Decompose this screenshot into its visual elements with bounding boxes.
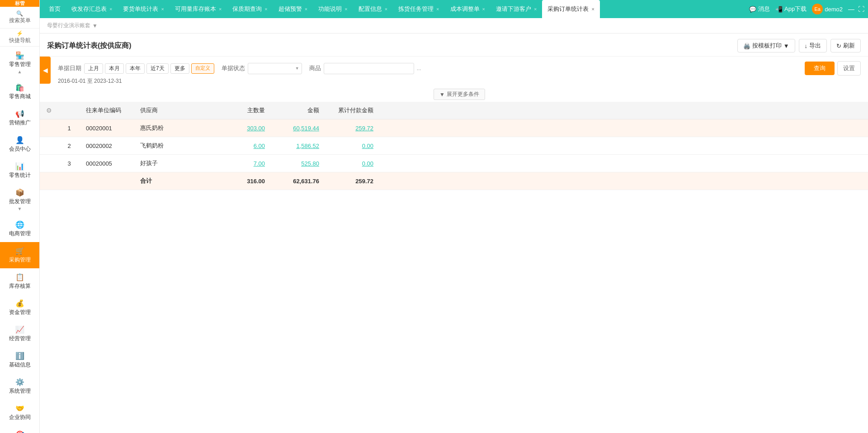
sidebar-item-purchase[interactable]: 🛒 采购管理 <box>0 242 39 268</box>
date-btn-this-year[interactable]: 本年 <box>126 63 145 74</box>
tab-func-desc[interactable]: 功能说明 × <box>313 0 353 18</box>
sidebar-item-ops[interactable]: 📈 经营管理 <box>0 321 39 347</box>
filter-toggle-button[interactable]: ◀ <box>40 57 51 84</box>
th-paid: 累计付款金额 <box>325 102 379 119</box>
tab-purchase-stats-close[interactable]: × <box>591 6 594 12</box>
chevron-up-icon: ▲ <box>18 69 22 74</box>
workspace-name: 母婴行业演示账套 <box>47 22 90 29</box>
tab-shelf-life[interactable]: 保质期查询 × <box>227 0 273 18</box>
column-settings-icon[interactable]: ⚙ <box>46 107 52 114</box>
tab-invite-downstream[interactable]: 邀请下游客户 × <box>491 0 542 18</box>
maximize-button[interactable]: ⛶ <box>858 5 864 13</box>
sidebar-item-label: 零售统计 <box>9 171 31 179</box>
refresh-button[interactable]: ↻ 刷新 <box>830 39 861 52</box>
date-filter-label: 单据日期 <box>58 64 81 72</box>
th-qty: 主数量 <box>225 102 270 119</box>
footer-num-cell <box>58 172 80 190</box>
message-button[interactable]: 💬 消息 <box>749 5 770 13</box>
date-btn-custom[interactable]: 自定义 <box>191 63 214 74</box>
date-btn-this-month[interactable]: 本月 <box>105 63 124 74</box>
row-qty[interactable]: 7.00 <box>225 155 270 172</box>
date-btn-last-month[interactable]: 上月 <box>84 63 103 74</box>
tab-shelf-life-close[interactable]: × <box>264 6 267 12</box>
footer-spacer <box>379 172 868 190</box>
row-qty[interactable]: 6.00 <box>225 137 270 155</box>
tab-purchase-stats[interactable]: 采购订单统计表 × <box>542 0 599 18</box>
workspace-selector[interactable]: 母婴行业演示账套 ▼ <box>47 22 98 29</box>
marketing-icon: 📢 <box>15 109 24 118</box>
wholesale-icon: 📦 <box>15 188 24 197</box>
tab-available-stock[interactable]: 可用量库存账本 × <box>170 0 227 18</box>
purchase-stats-table: ⚙ 往来单位编码 供应商 主数量 金额 累计付款金额 1 00020001 <box>40 102 868 190</box>
row-qty[interactable]: 303.00 <box>225 119 270 137</box>
sidebar-item-label: 库存核算 <box>9 282 31 290</box>
sidebar-item-finance[interactable]: 💰 资金管理 <box>0 295 39 321</box>
retail-shop-icon: 🛍️ <box>15 83 24 92</box>
tab-home[interactable]: 首页 <box>43 0 66 18</box>
date-btn-7days[interactable]: 近7天 <box>146 63 169 74</box>
row-amount[interactable]: 60,519.44 <box>270 119 325 137</box>
sidebar: 标管 🔍 搜索英单 ⚡ 快捷导航 🏪 零售管理 ▲ 🛍️ 零售商城 📢 营销推广… <box>0 0 40 433</box>
ecom-icon: 🌐 <box>15 220 24 229</box>
quick-nav-item[interactable]: ⚡ 快捷导航 <box>0 29 39 47</box>
date-btn-more[interactable]: 更多 <box>170 63 189 74</box>
sidebar-item-guide[interactable]: 🎯 新手引导 <box>0 426 39 433</box>
tab-over-stock[interactable]: 超储预警 × <box>273 0 313 18</box>
sidebar-item-retail-mgmt[interactable]: 🏪 零售管理 ▲ <box>0 47 39 79</box>
sidebar-item-label: 企业协同 <box>9 414 31 421</box>
tab-goods-stats-close[interactable]: × <box>161 6 164 12</box>
sidebar-item-basic[interactable]: ℹ️ 基础信息 <box>0 347 39 373</box>
row-amount[interactable]: 525.80 <box>270 155 325 172</box>
goods-more-icon[interactable]: ... <box>417 65 421 71</box>
filter-section: ◀ 单据日期 上月 本月 本年 近7天 更多 自定义 <box>40 57 868 102</box>
footer-amount: 62,631.76 <box>270 172 325 190</box>
goods-input[interactable] <box>324 63 414 74</box>
row-paid[interactable]: 0.00 <box>325 137 379 155</box>
sidebar-item-system[interactable]: ⚙️ 系统管理 <box>0 373 39 400</box>
expand-more-button[interactable]: ▼ 展开更多条件 <box>434 89 485 100</box>
sidebar-item-member[interactable]: 👤 会员中心 <box>0 131 39 157</box>
tab-goods-stats[interactable]: 要货单统计表 × <box>118 0 169 18</box>
search-menu-item[interactable]: 🔍 搜索英单 <box>0 7 39 29</box>
sidebar-item-label: 零售管理 <box>9 61 31 68</box>
tab-pick-task[interactable]: 拣货任务管理 × <box>393 0 444 18</box>
row-paid[interactable]: 0.00 <box>325 155 379 172</box>
tab-pick-task-close[interactable]: × <box>436 6 439 12</box>
tab-invite-downstream-close[interactable]: × <box>534 6 537 12</box>
sidebar-item-label: 系统管理 <box>9 387 31 395</box>
sidebar-item-label: 电商管理 <box>9 230 31 238</box>
tab-config-info[interactable]: 配置信息 × <box>353 0 393 18</box>
print-button[interactable]: 🖨️ 按模板打印 ▼ <box>737 39 795 52</box>
sidebar-item-retail-stats[interactable]: 📊 零售统计 <box>0 157 39 184</box>
tab-config-info-close[interactable]: × <box>385 6 387 12</box>
tab-func-desc-close[interactable]: × <box>344 6 347 12</box>
user-avatar[interactable]: Ea demo2 <box>812 4 843 14</box>
table-row[interactable]: 2 00020002 飞鹤奶粉 6.00 1,586.52 0.00 <box>40 137 868 155</box>
sidebar-item-label: 基础信息 <box>9 361 31 369</box>
status-select[interactable] <box>248 63 302 74</box>
row-spacer <box>379 155 868 172</box>
row-paid[interactable]: 259.72 <box>325 119 379 137</box>
row-amount[interactable]: 1,586.52 <box>270 137 325 155</box>
tab-over-stock-close[interactable]: × <box>305 6 307 12</box>
sidebar-item-enterprise[interactable]: 🤝 企业协同 <box>0 400 39 426</box>
app-download-button[interactable]: 📲 App下载 <box>775 5 807 13</box>
table-row[interactable]: 3 00020005 好孩子 7.00 525.80 0.00 <box>40 155 868 172</box>
tab-cost-adjust[interactable]: 成本调整单 × <box>445 0 491 18</box>
sidebar-item-ecom[interactable]: 🌐 电商管理 <box>0 216 39 242</box>
purchase-icon: 🛒 <box>15 247 24 255</box>
sidebar-item-wholesale[interactable]: 📦 批发管理 ▼ <box>0 184 39 216</box>
table-row[interactable]: 1 00020001 惠氏奶粉 303.00 60,519.44 259.72 <box>40 119 868 137</box>
tab-available-stock-close[interactable]: × <box>219 6 222 12</box>
tab-receive-send[interactable]: 收发存汇总表 × <box>66 0 118 18</box>
tab-config-info-label: 配置信息 <box>359 5 382 13</box>
sidebar-item-inventory[interactable]: 📋 库存核算 <box>0 268 39 295</box>
sidebar-item-retail-shop[interactable]: 🛍️ 零售商城 <box>0 79 39 105</box>
search-button[interactable]: 查询 <box>805 62 835 75</box>
minimize-button[interactable]: — <box>848 5 854 13</box>
sidebar-item-marketing[interactable]: 📢 营销推广 <box>0 105 39 131</box>
tab-cost-adjust-close[interactable]: × <box>482 6 485 12</box>
tab-receive-send-close[interactable]: × <box>109 6 112 12</box>
settings-button[interactable]: 设置 <box>837 61 861 76</box>
export-button[interactable]: ↓ 导出 <box>799 39 827 52</box>
